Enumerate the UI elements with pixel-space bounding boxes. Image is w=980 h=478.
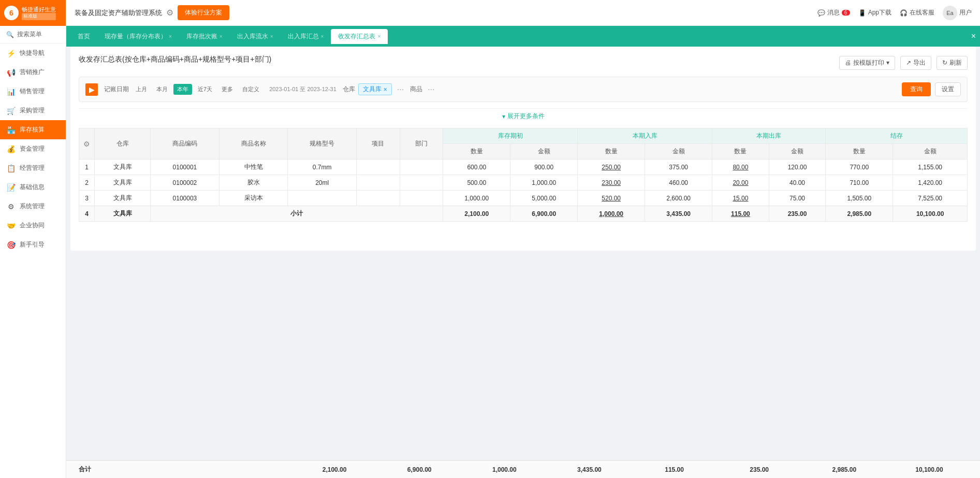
subtotal-out-amt: 235.00 [769,206,826,222]
tab-receive-send[interactable]: 收发存汇总表 × [331,29,388,44]
topbar-settings-icon[interactable]: ⚙ [166,8,173,18]
th-closing: 结存 [826,128,968,144]
tab-close-in-out-summary[interactable]: × [321,34,324,39]
enterprise-icon: 🤝 [6,222,16,230]
sidebar-item-enterprise[interactable]: 🤝 企业协同 [0,216,66,235]
tab-in-out-summary[interactable]: 出入库汇总 × [281,29,331,44]
warehouse-tag-close[interactable]: × [384,86,387,93]
cell-goods-code: 0100003 [151,191,220,206]
tab-close-inventory-dist[interactable]: × [169,34,172,39]
cell-project [356,191,400,206]
logo-icon: 6 [4,6,19,20]
cell-goods-name: 胶水 [219,175,288,191]
sidebar-search[interactable]: 🔍 搜索菜单 [0,26,66,44]
tab-close-batch-ledger[interactable]: × [220,34,223,39]
warehouse-tag: 文具库 × [358,83,392,95]
th-opening-qty: 数量 [443,144,510,160]
sidebar-item-finance[interactable]: 💰 资金管理 [0,139,66,158]
print-btn[interactable]: 🖨 按模版打印 ▾ [839,56,895,70]
headset-icon: 🎧 [900,9,908,17]
table-footer: 合计 2,100.00 6,900.00 1,000.00 3,435.00 1… [66,460,980,478]
cell-department [400,191,443,206]
online-service-item[interactable]: 🎧 在线客服 [900,8,934,17]
th-department: 部门 [400,128,443,160]
system-title: 装备及固定资产辅助管理系统 [75,8,162,18]
date-btn-custom[interactable]: 自定义 [239,84,263,95]
cell-out-qty[interactable]: 80.00 [712,160,769,175]
avatar: Ea [943,6,957,20]
th-closing-qty: 数量 [826,144,893,160]
cell-out-amt: 75.00 [769,191,826,206]
sidebar-item-inventory[interactable]: 🏪 库存核算 [0,120,66,139]
cell-in-qty[interactable]: 520.00 [578,191,645,206]
col-settings-icon[interactable]: ⚙ [83,140,90,148]
cell-out-qty[interactable]: 15.00 [712,191,769,206]
tab-close-receive-send[interactable]: × [377,34,381,39]
subtotal-in-qty[interactable]: 1,000.00 [578,206,645,222]
basic-info-icon: 📝 [6,183,16,192]
th-in-amt: 金额 [645,144,712,160]
sidebar-item-operations[interactable]: 📋 经营管理 [0,158,66,178]
date-btn-more[interactable]: 更多 [218,84,237,95]
sidebar-item-quick-nav[interactable]: ⚡ 快捷导航 [0,44,66,63]
date-btn-this-month[interactable]: 本月 [153,84,171,95]
export-btn[interactable]: ↗ 导出 [900,56,931,70]
cell-project [356,160,400,175]
sidebar-item-system[interactable]: ⚙ 系统管理 [0,197,66,216]
date-btn-this-year[interactable]: 本年 [173,84,192,95]
cell-in-qty[interactable]: 250.00 [578,160,645,175]
th-period-in: 本期入库 [578,128,712,144]
cell-index: 2 [79,175,95,191]
subtotal-warehouse: 文具库 [95,206,151,222]
sidebar-item-basic-info[interactable]: 📝 基础信息 [0,178,66,197]
cell-out-amt: 40.00 [769,175,826,191]
cell-closing-qty: 710.00 [826,175,893,191]
query-btn[interactable]: 查询 [902,82,931,96]
date-btn-last-month[interactable]: 上月 [132,84,151,95]
close-all-tabs[interactable]: × [971,32,976,41]
filter-toggle-btn[interactable]: ▶ [85,83,98,96]
cell-index: 3 [79,191,95,206]
tabbar: 首页 现存量（库存分布表） × 库存批次账 × 出入库流水 × 出入库汇总 × … [66,26,980,47]
cell-closing-amt: 7,525.00 [893,191,968,206]
cell-opening-qty: 1,000.00 [443,191,510,206]
subtotal-out-qty[interactable]: 115.00 [712,206,769,222]
sidebar-item-marketing[interactable]: 📢 营销推广 [0,63,66,82]
filter-settings-btn[interactable]: 设置 [935,82,961,96]
trial-btn[interactable]: 体验行业方案 [178,5,229,20]
subtotal-row: 4 文具库 小计 2,100.00 6,900.00 1,000.00 3,43… [79,206,968,222]
th-project: 项目 [356,128,400,160]
cell-warehouse: 文具库 [95,160,151,175]
inventory-icon: 🏪 [6,126,16,134]
tab-close-in-out-flow[interactable]: × [270,34,273,39]
cell-out-qty[interactable]: 20.00 [712,175,769,191]
expand-filter-btn[interactable]: ▾ 展开更多条件 [79,108,968,124]
sidebar-item-newbie[interactable]: 🎯 新手引导 [0,235,66,254]
user-item[interactable]: Ea 用户 [943,6,972,20]
quick-nav-icon: ⚡ [6,49,16,57]
cell-goods-name: 中性笔 [219,160,288,175]
tab-in-out-flow[interactable]: 出入库流水 × [230,29,281,44]
message-item[interactable]: 💬 消息 6 [817,8,850,17]
subtotal-index: 4 [79,206,95,222]
cell-opening-amt: 1,000.00 [510,175,578,191]
sidebar-item-purchase[interactable]: 🛒 采购管理 [0,101,66,120]
subtotal-closing-amt: 10,100.00 [893,206,968,222]
goods-more-btn[interactable]: ··· [428,85,434,94]
warehouse-more-btn[interactable]: ··· [397,85,404,94]
date-btn-7days[interactable]: 近7天 [194,84,216,95]
table-row: 2 文具库 0100002 胶水 20ml 500.00 1,000.00 23… [79,175,968,191]
tab-batch-ledger[interactable]: 库存批次账 × [179,29,230,44]
th-opening: 库存期初 [443,128,578,144]
table-container: ⚙ 仓库 商品编码 商品名称 规格型号 项目 部门 库存期初 本期入库 本期出库… [79,128,968,222]
cell-goods-spec: 20ml [288,175,357,191]
cell-goods-name: 采访本 [219,191,288,206]
cell-in-qty[interactable]: 230.00 [578,175,645,191]
tab-home[interactable]: 首页 [70,29,97,44]
tab-inventory-dist[interactable]: 现存量（库存分布表） × [97,29,179,44]
cell-warehouse: 文具库 [95,175,151,191]
refresh-btn[interactable]: ↻ 刷新 [937,56,968,70]
app-download-item[interactable]: 📱 App下载 [858,8,891,17]
th-goods-code: 商品编码 [151,128,220,160]
sidebar-item-sales[interactable]: 📊 销售管理 [0,82,66,101]
